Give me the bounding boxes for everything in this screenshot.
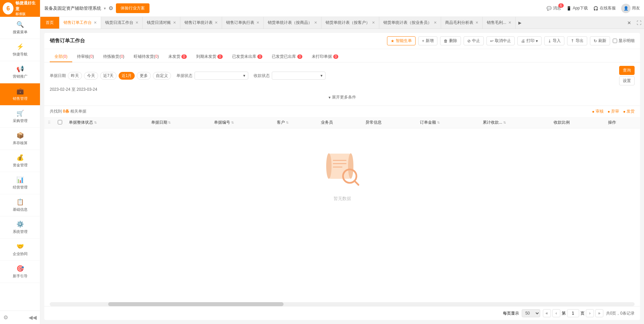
th-date[interactable]: 单据日期 (148, 117, 211, 128)
horizontal-scrollbar[interactable] (50, 302, 635, 306)
tab-more-btn[interactable]: ▶ (516, 17, 524, 29)
tab-unprinted[interactable]: 未打印单据 0 (307, 52, 343, 62)
export-btn[interactable]: ⤒ 导出 (567, 36, 587, 45)
first-page-btn[interactable]: « (543, 309, 551, 317)
close-icon[interactable]: ✕ (314, 21, 317, 25)
close-icon[interactable]: ✕ (135, 21, 138, 25)
sidebar-item-search[interactable]: 🔍 搜索菜单 (0, 17, 40, 39)
add-btn[interactable]: + 新增 (418, 36, 437, 45)
sidebar-item-nav[interactable]: ⚡ 快捷导航 (0, 39, 40, 61)
tab-cash-daily[interactable]: 钱货日清工作台 ✕ (101, 17, 143, 29)
sidebar-item-collab[interactable]: 🤝 企业协同 (0, 239, 40, 261)
message-item[interactable]: 💬 消息 6 (547, 5, 561, 11)
trial-btn[interactable]: 体验行业方案 (116, 3, 149, 13)
import-btn[interactable]: ⤓ 导入 (544, 36, 564, 45)
tab-close-others-icon[interactable]: ✕ (625, 17, 634, 29)
settings-icon[interactable]: ⚙ (3, 314, 8, 321)
sidebar-item-management[interactable]: 📊 经营管理 (0, 172, 40, 194)
delete-btn[interactable]: 🗑 删除 (440, 36, 461, 45)
tab-sales-customer[interactable]: 销货单统计表（按客户） ✕ (321, 17, 379, 29)
date-btn-1month[interactable]: 近1月 (119, 72, 135, 80)
user-item[interactable]: 👤 用友 (621, 4, 640, 13)
th-check[interactable] (54, 117, 66, 128)
date-btn-more[interactable]: 更多 (137, 72, 151, 80)
sidebar-item-marketing[interactable]: 📢 营销推广 (0, 61, 40, 83)
sidebar-item-inventory[interactable]: 📦 库存核算 (0, 128, 40, 150)
th-cumulative[interactable]: 累计收款... (479, 117, 550, 128)
th-customer[interactable]: 客户 (273, 117, 317, 128)
date-btn-yesterday[interactable]: 昨天 (68, 72, 82, 80)
th-status[interactable]: 单据整体状态 (66, 117, 148, 128)
show-detail-label[interactable]: 显示明细 (613, 38, 635, 44)
date-btn-7days[interactable]: 近7天 (100, 72, 117, 80)
sidebar-item-system[interactable]: ⚙️ 系统管理 (0, 216, 40, 239)
tab-shipped-not-out[interactable]: 已发货未出库 0 (227, 52, 267, 62)
tab-sales-profit[interactable]: 销售毛利... ✕ (483, 17, 516, 29)
status-select[interactable]: ▾ (195, 72, 248, 80)
sidebar-item-sales[interactable]: 💼 销售管理 (0, 83, 40, 106)
query-btn[interactable]: 查询 (619, 66, 635, 75)
unaudit-btn[interactable]: ● 弃审 (608, 109, 619, 114)
stop-btn[interactable]: ⊘ 中止 (464, 36, 484, 45)
next-page-btn[interactable]: › (586, 309, 594, 317)
tab-pending-inspect[interactable]: 待拣验货(0) (98, 52, 129, 62)
payment-select[interactable]: ▾ (272, 72, 326, 80)
select-all-checkbox[interactable] (58, 120, 62, 124)
tab-overdue-unshipped[interactable]: 到期未发货 0 (191, 52, 227, 62)
close-icon[interactable]: ✕ (434, 21, 437, 25)
tab-sales-stats[interactable]: 销售订单统计表 ✕ (180, 17, 222, 29)
tab-maximize-icon[interactable]: ⛶ (634, 17, 644, 29)
cancel-stop-btn[interactable]: ↩ 取消中止 (486, 36, 515, 45)
module-arrow[interactable]: ▾ (104, 6, 106, 11)
th-amount[interactable]: 订单金额 (417, 117, 479, 128)
tab-sales-staff[interactable]: 销货单统计表（按业务员） ✕ (379, 17, 441, 29)
page-input[interactable] (567, 309, 579, 317)
last-page-btn[interactable]: » (595, 309, 603, 317)
tab-profit-analysis[interactable]: 商品毛利分析表 ✕ (441, 17, 483, 29)
smart-gen-btn[interactable]: ★ 智能生单 (387, 36, 416, 45)
close-icon[interactable]: ✕ (508, 21, 511, 25)
setting-btn[interactable]: 设置 (619, 76, 635, 85)
close-icon[interactable]: ✕ (256, 21, 259, 25)
sidebar-item-guide[interactable]: 🎯 新手引导 (0, 261, 40, 283)
per-page-select[interactable]: 50 20 100 (522, 309, 540, 317)
collapse-icon[interactable]: ◀◀ (29, 314, 37, 321)
th-number[interactable]: 单据编号 (211, 117, 273, 128)
tab-unshipped[interactable]: 未发货 0 (164, 52, 191, 62)
audit-btn[interactable]: ● 审核 (592, 109, 603, 114)
date-btn-today[interactable]: 今天 (84, 72, 98, 80)
sidebar-item-purchase[interactable]: 🛒 采购管理 (0, 106, 40, 128)
tab-all[interactable]: 全部(0) (50, 52, 72, 62)
ship-btn[interactable]: ● 发货 (623, 109, 635, 114)
show-detail-checkbox[interactable] (613, 39, 617, 43)
sidebar-item-finance[interactable]: 💰 资金管理 (0, 150, 40, 172)
tab-sales-goods[interactable]: 销货单统计表（按商品） ✕ (264, 17, 321, 29)
close-icon[interactable]: ✕ (173, 21, 176, 25)
tab-sales-exec[interactable]: 销售订单执行表 ✕ (222, 17, 264, 29)
sidebar-item-label: 库存核算 (13, 140, 28, 146)
page-title: 销售订单工作台 (50, 38, 85, 44)
sidebar-item-label: 销售管理 (13, 96, 28, 101)
app-download-item[interactable]: 📱 App下载 (566, 5, 588, 11)
date-btn-custom[interactable]: 自定义 (153, 72, 171, 80)
tab-shipped-out[interactable]: 已发货已出库 0 (267, 52, 307, 62)
tab-pending-review[interactable]: 待审核(0) (72, 52, 99, 62)
close-icon[interactable]: ✕ (215, 21, 218, 25)
tab-wangpu-ship[interactable]: 旺铺待发货(0) (129, 52, 164, 62)
close-icon[interactable]: ✕ (475, 21, 478, 25)
refresh-btn[interactable]: ↻ 刷新 (590, 36, 610, 45)
prev-page-btn[interactable]: ‹ (552, 309, 560, 317)
topbar-gear-icon[interactable]: ⚙ (109, 5, 113, 11)
result-count-value: 0条 (63, 109, 69, 114)
close-icon[interactable]: ✕ (372, 21, 375, 25)
sidebar-item-basic[interactable]: 📋 基础信息 (0, 194, 40, 216)
print-btn[interactable]: 🖨 打印 ▾ (517, 36, 542, 45)
close-icon[interactable]: ✕ (94, 21, 97, 25)
tab-reconcile[interactable]: 钱货日清对账 ✕ (143, 17, 180, 29)
tab-sales-workbench[interactable]: 销售订单工作台 ✕ (59, 17, 101, 29)
filter-row: 单据日期 昨天 今天 近7天 近1月 更多 自定义 单据状态 (50, 66, 635, 85)
online-support-item[interactable]: 🎧 在线客服 (593, 5, 616, 11)
expand-btn[interactable]: ▾ 展开更多条件 (329, 94, 356, 100)
tab-home[interactable]: 首页 (40, 17, 59, 29)
scrollbar-thumb[interactable] (108, 302, 284, 306)
